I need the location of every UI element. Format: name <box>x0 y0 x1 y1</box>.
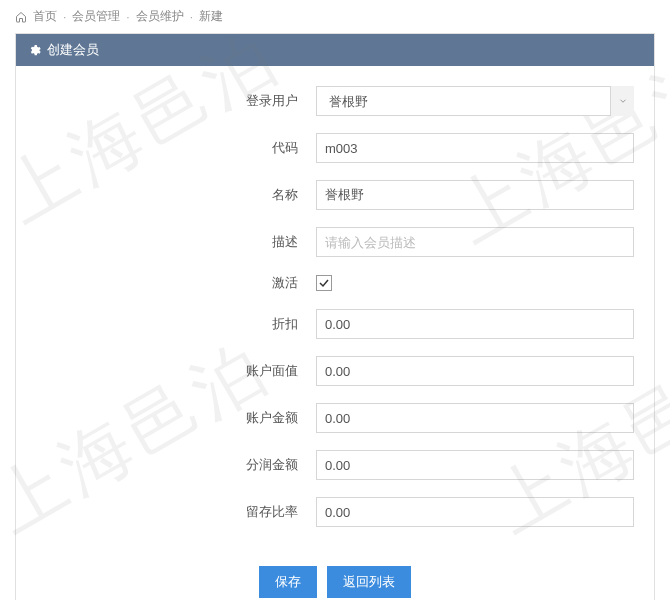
face-value-input[interactable] <box>316 356 634 386</box>
form-body: 登录用户 誉根野 代码 <box>16 66 654 554</box>
active-label: 激活 <box>36 274 316 292</box>
breadcrumb-item[interactable]: 会员管理 <box>72 8 120 25</box>
name-input[interactable] <box>316 180 634 210</box>
breadcrumb-current: 新建 <box>199 8 223 25</box>
dividend-amount-label: 分润金额 <box>36 456 316 474</box>
name-label: 名称 <box>36 186 316 204</box>
login-user-label: 登录用户 <box>36 92 316 110</box>
code-label: 代码 <box>36 139 316 157</box>
panel-header: 创建会员 <box>16 34 654 66</box>
breadcrumb-home[interactable]: 首页 <box>33 8 57 25</box>
discount-label: 折扣 <box>36 315 316 333</box>
check-icon <box>318 277 330 289</box>
account-amount-input[interactable] <box>316 403 634 433</box>
breadcrumb-sep: · <box>63 10 66 24</box>
description-input[interactable] <box>316 227 634 257</box>
form-footer: 保存 返回列表 <box>16 554 654 600</box>
description-label: 描述 <box>36 233 316 251</box>
breadcrumb: 首页 · 会员管理 · 会员维护 · 新建 <box>0 0 670 33</box>
code-input[interactable] <box>316 133 634 163</box>
breadcrumb-sep: · <box>190 10 193 24</box>
face-value-label: 账户面值 <box>36 362 316 380</box>
reserve-ratio-input[interactable] <box>316 497 634 527</box>
breadcrumb-sep: · <box>126 10 129 24</box>
create-member-panel: 创建会员 登录用户 誉根野 代码 <box>15 33 655 600</box>
reserve-ratio-label: 留存比率 <box>36 503 316 521</box>
save-button[interactable]: 保存 <box>259 566 317 598</box>
account-amount-label: 账户金额 <box>36 409 316 427</box>
login-user-select[interactable]: 誉根野 <box>316 86 634 116</box>
dividend-amount-input[interactable] <box>316 450 634 480</box>
panel-title: 创建会员 <box>47 41 99 59</box>
discount-input[interactable] <box>316 309 634 339</box>
gear-icon <box>28 44 41 57</box>
breadcrumb-item[interactable]: 会员维护 <box>136 8 184 25</box>
back-to-list-button[interactable]: 返回列表 <box>327 566 411 598</box>
active-checkbox[interactable] <box>316 275 332 291</box>
home-icon <box>15 11 27 23</box>
